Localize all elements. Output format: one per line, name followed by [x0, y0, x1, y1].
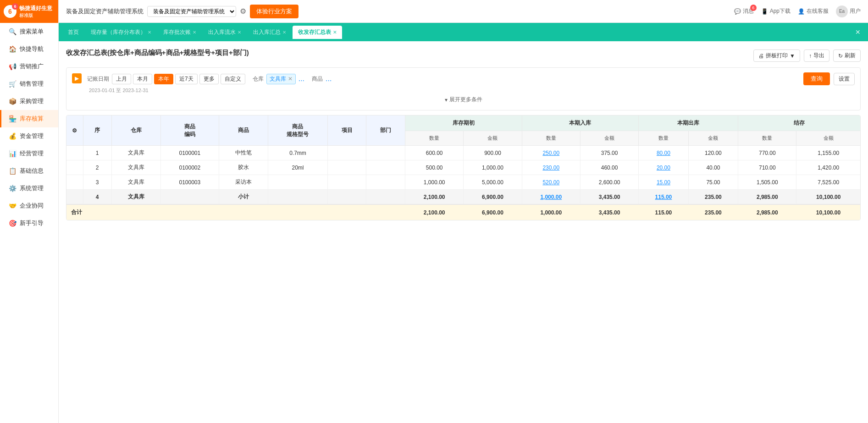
- user-btn[interactable]: Ea 用户: [836, 5, 861, 17]
- td-out-qty[interactable]: 20.00: [639, 160, 688, 175]
- warehouse-tag-remove[interactable]: ✕: [288, 76, 293, 82]
- td-out-qty-link[interactable]: 115.00: [655, 194, 672, 200]
- date-this-month-btn[interactable]: 本月: [133, 74, 152, 84]
- tab-batch-ledger[interactable]: 库存批次账 ✕: [158, 26, 202, 39]
- td-no: 1: [83, 146, 111, 160]
- td-goods-name: 胶水: [219, 160, 268, 175]
- main-area: 装备及固定资产辅助管理系统 装备及固定资产辅助管理系统 ⚙ 体验行业方案 💬 消…: [59, 0, 868, 423]
- tab-home[interactable]: 首页: [62, 26, 84, 39]
- sidebar-item-search-label: 搜索菜单: [20, 27, 44, 36]
- sidebar-item-quick-nav[interactable]: 🏠 快捷导航: [0, 40, 58, 58]
- sidebar-item-finance-label: 资金管理: [20, 132, 44, 140]
- td-in-qty[interactable]: 1,000.00: [522, 190, 580, 205]
- col-settings-icon[interactable]: ⚙: [72, 127, 77, 134]
- footer-row: 合计 2,100.00 6,900.00 1,000.00 3,435.00 1…: [66, 204, 860, 220]
- data-table: ⚙ 序 仓库 商品编码 商品 商品规格型号 项目 部门 库存期初 本期入库 本期…: [66, 115, 860, 220]
- warehouse-filter-col: 仓库 文具库 ✕ ...: [253, 74, 304, 84]
- td-in-qty[interactable]: 520.00: [522, 175, 580, 190]
- td-in-qty-link[interactable]: 1,000.00: [540, 194, 562, 200]
- td-out-qty[interactable]: 80.00: [639, 146, 688, 160]
- tab-inventory-dist-close[interactable]: ✕: [148, 30, 151, 35]
- online-service-btn[interactable]: 👤 在线客服: [798, 7, 829, 15]
- trial-btn[interactable]: 体验行业方案: [250, 5, 299, 18]
- filter-collapse-btn[interactable]: ▶: [72, 73, 82, 83]
- td-in-qty[interactable]: 250.00: [522, 146, 580, 160]
- tab-receive-send-summary-close[interactable]: ✕: [333, 30, 337, 35]
- td-out-qty-link[interactable]: 80.00: [657, 150, 670, 156]
- td-out-qty-link[interactable]: 20.00: [657, 165, 670, 171]
- th-no: 序: [83, 115, 111, 146]
- table-row: 1文具库0100001中性笔0.7mm600.00900.00250.00375…: [66, 146, 860, 160]
- td-warehouse: 文具库: [111, 160, 160, 175]
- tab-in-out-summary-close[interactable]: ✕: [282, 30, 286, 35]
- expand-more-btn[interactable]: ▾ 展开更多条件: [445, 96, 482, 104]
- sidebar-item-quick-nav-label: 快捷导航: [20, 45, 44, 53]
- sidebar-item-system[interactable]: ⚙️ 系统管理: [0, 180, 58, 197]
- date-prev-month-btn[interactable]: 上月: [112, 74, 131, 84]
- table-footer: 合计 2,100.00 6,900.00 1,000.00 3,435.00 1…: [66, 204, 860, 220]
- tab-bar: 首页 现存量（库存分布表） ✕ 库存批次账 ✕ 出入库流水 ✕ 出入库汇总 ✕ …: [59, 23, 868, 41]
- sidebar-item-guide[interactable]: 🎯 新手引导: [0, 214, 58, 232]
- tab-in-out-flow[interactable]: 出入库流水 ✕: [203, 26, 247, 39]
- sidebar-item-marketing[interactable]: 📢 营销推广: [0, 58, 58, 75]
- sidebar-item-search[interactable]: 🔍 搜索菜单: [0, 23, 58, 40]
- td-in-qty-link[interactable]: 230.00: [542, 165, 559, 171]
- system-name: 装备及固定资产辅助管理系统: [66, 7, 144, 16]
- query-btn[interactable]: 查询: [803, 72, 830, 85]
- sidebar-item-enterprise[interactable]: 🤝 企业协同: [0, 197, 58, 214]
- filter-settings-btn[interactable]: 设置: [834, 73, 855, 85]
- warehouse-ellipsis[interactable]: ...: [299, 75, 304, 83]
- tab-in-out-flow-label: 出入库流水: [208, 28, 236, 36]
- print-btn[interactable]: 🖨 拼板打印 ▼: [753, 49, 800, 62]
- sidebar-item-finance[interactable]: 💰 资金管理: [0, 127, 58, 145]
- tab-batch-ledger-close[interactable]: ✕: [193, 30, 196, 35]
- tab-inventory-dist[interactable]: 现存量（库存分布表） ✕: [85, 26, 157, 39]
- td-in-qty-link[interactable]: 520.00: [542, 179, 559, 186]
- td-out-qty[interactable]: 115.00: [639, 190, 688, 205]
- ops-icon: 📊: [9, 150, 16, 157]
- sidebar-item-purchase[interactable]: 📦 采购管理: [0, 93, 58, 110]
- sidebar-item-inventory[interactable]: 🏪 库存核算: [0, 110, 58, 127]
- td-out-qty-link[interactable]: 15.00: [657, 179, 670, 186]
- app-download-btn[interactable]: 📱 App下载: [761, 7, 791, 15]
- refresh-btn[interactable]: ↻ 刷新: [833, 49, 861, 62]
- expand-section: ▾ 展开更多条件: [72, 94, 855, 105]
- app-title: 畅捷通好生意: [19, 5, 52, 12]
- date-recent7-btn[interactable]: 近7天: [175, 74, 198, 84]
- page-header: 收发存汇总表(按仓库+商品编码+商品+规格型号+项目+部门) 🖨 拼板打印 ▼ …: [66, 49, 861, 63]
- goods-ellipsis[interactable]: ...: [326, 75, 332, 83]
- tab-in-out-summary[interactable]: 出入库汇总 ✕: [248, 26, 292, 39]
- date-filter-col: 记账日期 上月 本月 本年 近7天 更多 自定义: [87, 74, 245, 84]
- date-this-year-btn[interactable]: 本年: [154, 74, 173, 84]
- td-out-qty[interactable]: 15.00: [639, 175, 688, 190]
- footer-in-qty: 1,000.00: [522, 204, 580, 220]
- date-custom-btn[interactable]: 自定义: [221, 74, 245, 84]
- phone-icon: 📱: [761, 8, 768, 15]
- date-more-btn[interactable]: 更多: [199, 74, 219, 84]
- td-project: [327, 190, 366, 205]
- settings-button[interactable]: ⚙: [240, 7, 246, 16]
- td-out-amt: 235.00: [688, 190, 738, 205]
- tab-bar-close[interactable]: ✕: [851, 28, 864, 36]
- date-range-text: 2023-01-01 至 2023-12-31: [89, 87, 149, 94]
- th-settings[interactable]: ⚙: [66, 115, 83, 146]
- sidebar-item-basic-info[interactable]: 📋 基础信息: [0, 162, 58, 180]
- td-in-qty[interactable]: 230.00: [522, 160, 580, 175]
- export-btn[interactable]: ↑ 导出: [804, 49, 829, 62]
- td-closing-qty: 770.00: [738, 146, 796, 160]
- sidebar-item-ops[interactable]: 📊 经营管理: [0, 145, 58, 162]
- sidebar-item-sales[interactable]: 🛒 销售管理: [0, 75, 58, 93]
- td-opening-amt: 5,000.00: [464, 175, 522, 190]
- td-out-amt: 75.00: [688, 175, 738, 190]
- tab-in-out-flow-close[interactable]: ✕: [238, 30, 241, 35]
- td-no: 2: [83, 160, 111, 175]
- td-closing-amt: 7,525.00: [796, 175, 860, 190]
- tab-receive-send-summary[interactable]: 收发存汇总表 ✕: [293, 26, 342, 39]
- message-btn[interactable]: 💬 消息 6: [734, 7, 754, 15]
- sidebar-item-marketing-label: 营销推广: [20, 62, 44, 71]
- td-in-qty-link[interactable]: 250.00: [542, 150, 559, 156]
- td-goods-spec: [268, 175, 328, 190]
- online-service-label: 在线客服: [807, 7, 829, 15]
- system-selector-dropdown[interactable]: 装备及固定资产辅助管理系统: [147, 6, 236, 17]
- footer-out-qty: 115.00: [639, 204, 688, 220]
